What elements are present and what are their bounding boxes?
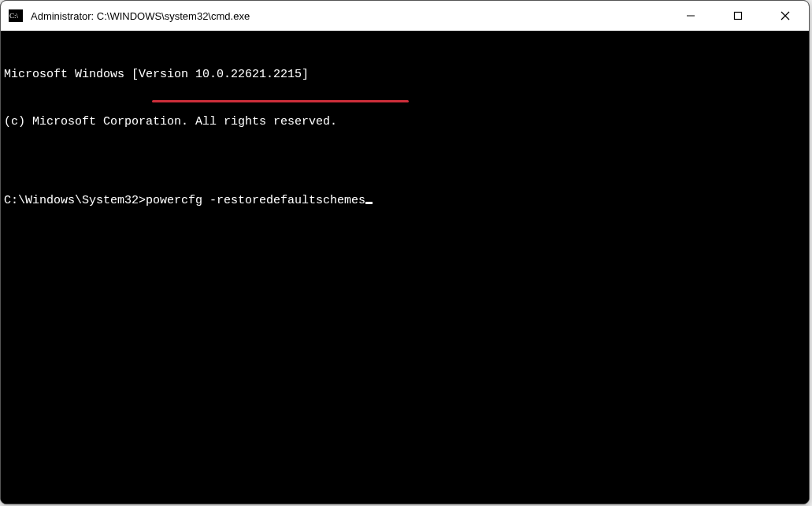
copyright-line: (c) Microsoft Corporation. All rights re… — [4, 114, 806, 130]
red-underline-annotation — [152, 100, 409, 102]
command-text: powercfg -restoredefaultschemes — [146, 194, 365, 207]
titlebar[interactable]: C:\ Administrator: C:\WINDOWS\system32\c… — [1, 1, 809, 31]
cmd-app-icon: C:\ — [9, 9, 23, 22]
minimize-icon — [686, 11, 695, 20]
svg-text:C:\: C:\ — [9, 12, 19, 20]
window-title: Administrator: C:\WINDOWS\system32\cmd.e… — [31, 10, 667, 22]
version-line: Microsoft Windows [Version 10.0.22621.22… — [4, 67, 806, 83]
cmd-window: C:\ Administrator: C:\WINDOWS\system32\c… — [0, 0, 810, 504]
minimize-button[interactable] — [667, 1, 714, 31]
maximize-button[interactable] — [714, 1, 762, 31]
prompt-line: C:\Windows\System32>powercfg -restoredef… — [4, 193, 806, 209]
text-cursor — [365, 202, 373, 204]
terminal-area[interactable]: Microsoft Windows [Version 10.0.22621.22… — [1, 31, 809, 504]
prompt-text: C:\Windows\System32> — [4, 194, 146, 207]
svg-rect-3 — [735, 13, 742, 20]
window-controls — [667, 1, 809, 31]
maximize-icon — [733, 11, 743, 20]
close-button[interactable] — [762, 1, 809, 31]
close-icon — [780, 11, 790, 20]
